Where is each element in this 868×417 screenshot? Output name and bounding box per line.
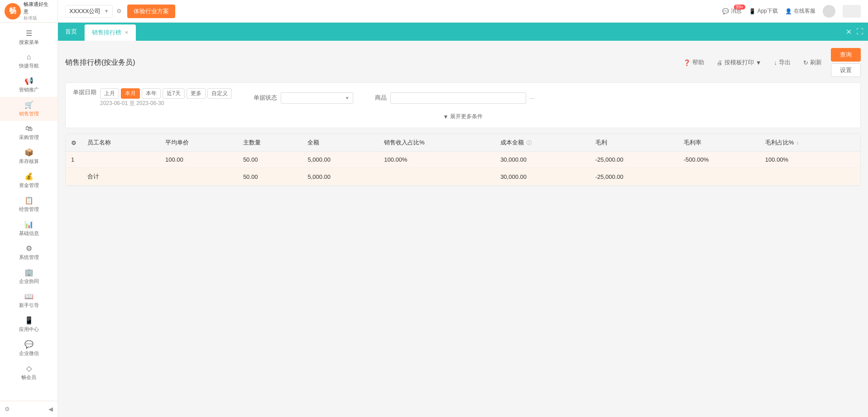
- th-amount: 全额: [302, 134, 379, 152]
- sidebar-item-库存核算[interactable]: 📦 库存核算: [0, 144, 58, 168]
- print-dropdown-icon: ▼: [756, 59, 762, 66]
- company-name: XXXXX公司: [69, 7, 101, 15]
- export-icon: ↓: [774, 59, 777, 66]
- sidebar-item-销售管理[interactable]: 🛒 销售管理: [0, 97, 58, 121]
- sidebar-item-新手引导[interactable]: 📖 新手引导: [0, 288, 58, 312]
- sidebar-item-系统管理[interactable]: ⚙ 系统管理: [0, 240, 58, 264]
- tab-expand-icon[interactable]: ⛶: [856, 28, 863, 36]
- cell-index: 1: [66, 152, 82, 168]
- tab-close-icon[interactable]: ×: [125, 29, 128, 36]
- print-icon: 🖨: [717, 59, 723, 66]
- export-button[interactable]: ↓ 导出: [771, 57, 795, 68]
- refresh-button[interactable]: ↻ 刷新: [800, 57, 825, 68]
- setting-button[interactable]: 设置: [831, 63, 861, 77]
- message-button[interactable]: 💬 消息 99+: [722, 7, 742, 15]
- nav-label: 基础信息: [19, 230, 39, 237]
- status-select-wrapper: ▼: [281, 92, 353, 104]
- app-download-button[interactable]: 📱 App下载: [749, 7, 778, 15]
- user-avatar-2[interactable]: [843, 5, 861, 18]
- th-cost: 成本全额 ⓘ: [495, 134, 590, 152]
- th-gross: 毛利: [590, 134, 678, 152]
- nav-icon: 📖: [24, 292, 34, 301]
- goods-input[interactable]: [390, 92, 526, 104]
- help-button[interactable]: ❓ 帮助: [680, 57, 708, 68]
- sidebar-bottom: ⚙ ◀: [0, 401, 58, 417]
- tab-close-all-icon[interactable]: ✕: [846, 28, 852, 36]
- main-content: 销售排行榜(按业务员) ❓ 帮助 🖨 按模板打印 ▼ ↓ 导出 ↻ 刷新 查询 …: [58, 41, 868, 417]
- cost-info-icon[interactable]: ⓘ: [527, 140, 532, 145]
- message-icon: 💬: [722, 8, 729, 14]
- topbar-actions: 体验行业方案: [127, 5, 175, 18]
- tab-home[interactable]: 首页: [58, 23, 85, 41]
- th-name: 员工名称: [82, 134, 160, 152]
- sidebar-item-畅会员[interactable]: ◇ 畅会员: [0, 360, 58, 384]
- date-btn-this-month[interactable]: 本月: [121, 88, 140, 99]
- nav-icon: 🛒: [24, 101, 34, 109]
- total-label: 合计: [82, 168, 160, 186]
- cell-gross: -25,000.00: [590, 152, 678, 168]
- nav-label: 采购管理: [19, 134, 39, 141]
- status-select[interactable]: [281, 92, 353, 104]
- goods-filter-label: 商品: [375, 94, 387, 102]
- nav-icon: ⚙: [26, 244, 32, 253]
- logo-icon: 畅: [5, 3, 21, 19]
- user-avatar[interactable]: [823, 5, 835, 18]
- company-selector[interactable]: XXXXX公司 ▼: [65, 5, 113, 18]
- table-head: ⚙ 员工名称 平均单价 主数量 全额 销售收入占比% 成本全额 ⓘ 毛利 毛利率…: [66, 134, 860, 152]
- goods-more-icon[interactable]: ···: [530, 95, 535, 101]
- cell-gross-rate: -500.00%: [678, 152, 760, 168]
- trial-button[interactable]: 体验行业方案: [127, 5, 175, 18]
- tabbar-controls: ✕ ⛶: [846, 28, 868, 36]
- sidebar-item-采购管理[interactable]: 🛍 采购管理: [0, 121, 58, 144]
- sidebar-nav: ☰ 搜索菜单 ⌂ 快捷导航 📢 营销推广 🛒 销售管理 🛍 采购管理 📦 库存核…: [0, 23, 58, 401]
- settings-gear-icon[interactable]: ⚙: [116, 8, 122, 14]
- sidebar-item-企业微信[interactable]: 💬 企业微信: [0, 336, 58, 360]
- sidebar-settings-icon[interactable]: ⚙: [5, 406, 10, 412]
- th-sales-pct: 销售收入占比%: [379, 134, 495, 152]
- tab-sales-rank[interactable]: 销售排行榜 ×: [85, 24, 136, 41]
- print-template-button[interactable]: 🖨 按模板打印 ▼: [713, 57, 765, 68]
- nav-label: 销售管理: [19, 110, 39, 117]
- expand-more-label: 展开更多条件: [450, 113, 483, 120]
- sidebar-item-应用中心[interactable]: 📱 应用中心: [0, 312, 58, 336]
- query-button[interactable]: 查询: [831, 48, 861, 62]
- sidebar-item-搜索菜单[interactable]: ☰ 搜索菜单: [0, 25, 58, 49]
- nav-label: 新手引导: [19, 302, 39, 309]
- sidebar-item-经营管理[interactable]: 📋 经营管理: [0, 192, 58, 216]
- online-service-button[interactable]: 👤 在线客服: [785, 7, 815, 15]
- logo-area: 畅 畅康通好生意 标准版: [0, 0, 58, 23]
- sidebar-item-快捷导航[interactable]: ⌂ 快捷导航: [0, 49, 58, 73]
- nav-icon: 📢: [24, 77, 34, 85]
- sidebar-item-资金管理[interactable]: 💰 资金管理: [0, 168, 58, 192]
- nav-label: 畅会员: [21, 374, 36, 381]
- sidebar-item-基础信息[interactable]: 📊 基础信息: [0, 216, 58, 240]
- total-gross-rate: [678, 168, 760, 186]
- date-btn-this-year[interactable]: 本年: [142, 88, 161, 99]
- total-amount: 5,000.00: [302, 168, 379, 186]
- date-btn-more[interactable]: 更多: [187, 88, 206, 99]
- nav-label: 系统管理: [19, 254, 39, 261]
- sidebar-item-营销推广[interactable]: 📢 营销推广: [0, 73, 58, 97]
- th-gross-pct: 毛利占比% ↕: [760, 134, 860, 152]
- sidebar-collapse-icon[interactable]: ◀: [48, 406, 53, 412]
- nav-label: 经营管理: [19, 206, 39, 213]
- app-download-label: App下载: [758, 7, 778, 15]
- total-row: 合计 50.00 5,000.00 30,000.00 -25,000.00: [66, 168, 860, 186]
- data-table: ⚙ 员工名称 平均单价 主数量 全额 销售收入占比% 成本全额 ⓘ 毛利 毛利率…: [66, 134, 860, 186]
- date-btn-custom[interactable]: 自定义: [207, 88, 232, 99]
- expand-more-button[interactable]: ▼ 展开更多条件: [73, 111, 853, 122]
- table-body: 1 100.00 50.00 5,000.00 100.00% 30,000.0…: [66, 152, 860, 168]
- date-btn-7days[interactable]: 近7天: [163, 88, 185, 99]
- total-gross-pct: [760, 168, 860, 186]
- chevron-down-icon: ▼: [443, 114, 449, 120]
- cell-cost: 30,000.00: [495, 152, 590, 168]
- sidebar-item-企业协同[interactable]: 🏢 企业协同: [0, 264, 58, 288]
- date-btn-last-month[interactable]: 上月: [100, 88, 119, 99]
- date-range-text: 2023-06-01 至 2023-06-30: [100, 100, 232, 107]
- topbar-right: 💬 消息 99+ 📱 App下载 👤 在线客服: [722, 5, 861, 18]
- cell-amount: 5,000.00: [302, 152, 379, 168]
- total-gross: -25,000.00: [590, 168, 678, 186]
- filter-row-1: 单据日期 上月 本月 本年 近7天 更多 自定义 2023-06-01 至 20…: [73, 88, 853, 107]
- gross-pct-sort-icon[interactable]: ↕: [796, 140, 799, 145]
- cell-gross-pct: 100.00%: [760, 152, 860, 168]
